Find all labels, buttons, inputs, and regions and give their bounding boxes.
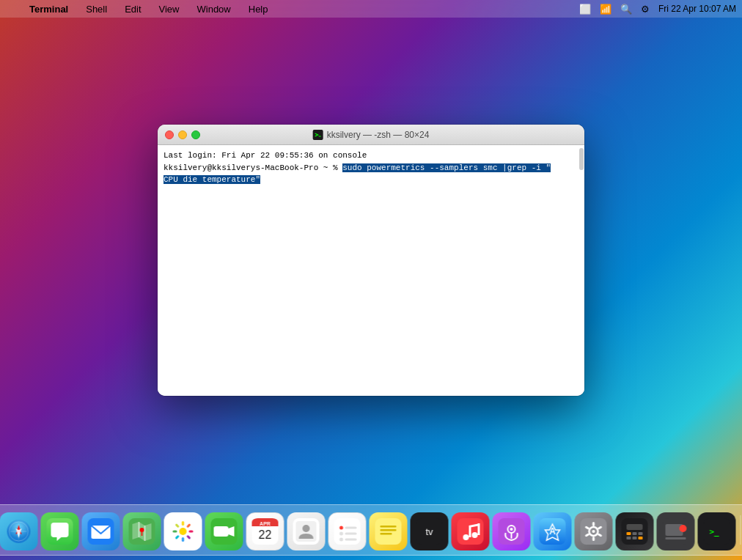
terminal-window: kksilvery — -zsh — 80×24 Last login: Fri… <box>158 125 584 396</box>
controlcenter-icon[interactable]: ⚙ <box>641 4 650 15</box>
search-icon[interactable]: 🔍 <box>620 4 632 15</box>
svg-rect-84 <box>622 518 648 545</box>
svg-rect-88 <box>639 532 643 535</box>
svg-point-27 <box>140 528 144 532</box>
wifi-icon[interactable]: 📶 <box>600 4 611 15</box>
view-menu[interactable]: View <box>156 2 183 16</box>
svg-point-30 <box>180 528 187 535</box>
svg-rect-72 <box>511 533 513 539</box>
svg-point-51 <box>339 526 343 530</box>
svg-point-77 <box>592 530 595 533</box>
dock-reminders[interactable] <box>328 512 367 550</box>
dock-appletv[interactable]: tv <box>411 512 449 550</box>
menubar: Terminal Shell Edit View Window Help ⬜ 📶… <box>0 0 742 18</box>
dock-maps[interactable] <box>123 512 161 550</box>
datetime: Fri 22 Apr 10:07 AM <box>658 4 736 14</box>
minimize-button[interactable] <box>178 130 187 139</box>
menubar-left: Terminal Shell Edit View Window Help <box>6 2 271 16</box>
dock-mail[interactable] <box>82 512 120 550</box>
svg-point-49 <box>303 525 310 532</box>
scrollbar-thumb[interactable] <box>579 148 584 170</box>
svg-point-55 <box>339 538 343 542</box>
command-highlight: sudo powermetrics --samplers smc |grep -… <box>342 163 551 172</box>
svg-text:>_: >_ <box>710 527 720 537</box>
command-line: kksilvery@kksilverys-MacBook-Pro ~ % sud… <box>164 162 578 174</box>
dock-podcasts[interactable] <box>493 512 531 550</box>
apple-menu[interactable] <box>6 7 12 10</box>
svg-rect-59 <box>381 529 397 531</box>
help-menu[interactable]: Help <box>246 2 271 16</box>
svg-rect-85 <box>627 524 643 530</box>
svg-rect-33 <box>189 531 194 533</box>
dock-terminal[interactable]: >_ <box>698 512 736 550</box>
svg-rect-54 <box>345 533 357 535</box>
svg-rect-60 <box>381 533 392 535</box>
terminal-scrollbar[interactable] <box>579 145 584 396</box>
svg-text:tv: tv <box>425 526 433 537</box>
terminal-title: kksilvery — -zsh — 80×24 <box>313 130 430 140</box>
dock-appstore[interactable]: A <box>534 512 572 550</box>
svg-rect-91 <box>639 537 643 539</box>
dock-photos[interactable] <box>164 512 202 550</box>
svg-text:A: A <box>549 526 556 537</box>
shell-menu[interactable]: Shell <box>83 2 110 16</box>
svg-text:APR: APR <box>260 521 271 526</box>
command-continuation: CPU die temperature" <box>164 175 260 184</box>
svg-rect-52 <box>345 527 357 529</box>
dock-notes[interactable] <box>370 512 408 550</box>
dock-contacts[interactable] <box>287 512 326 550</box>
dock-calendar[interactable]: APR 22 <box>246 512 284 550</box>
window-menu[interactable]: Window <box>194 2 234 16</box>
svg-rect-86 <box>627 532 631 535</box>
dock-calculator[interactable] <box>616 512 654 550</box>
svg-rect-58 <box>381 526 397 528</box>
svg-rect-40 <box>214 526 229 537</box>
svg-text:22: 22 <box>259 528 272 541</box>
svg-rect-35 <box>182 537 184 542</box>
svg-rect-89 <box>627 537 631 539</box>
svg-rect-90 <box>633 537 637 539</box>
dock-safari[interactable] <box>0 512 38 550</box>
menubar-right: ⬜ 📶 🔍 ⚙ Fri 22 Apr 10:07 AM <box>579 4 736 15</box>
dock-messages[interactable] <box>41 512 79 550</box>
svg-rect-37 <box>173 531 177 533</box>
prompt: kksilvery@kksilverys-MacBook-Pro ~ % <box>164 163 338 172</box>
dock-separator <box>741 515 741 545</box>
svg-rect-78 <box>592 522 595 526</box>
scrollbar-track <box>579 145 584 396</box>
dock: APR 22 <box>0 504 742 556</box>
terminal-icon <box>313 130 323 140</box>
app-name[interactable]: Terminal <box>26 2 71 16</box>
desktop: Terminal Shell Edit View Window Help ⬜ 📶… <box>0 0 742 560</box>
dock-music[interactable] <box>452 512 490 550</box>
battery-icon[interactable]: ⬜ <box>579 4 591 15</box>
dock-facetime[interactable] <box>205 512 243 550</box>
terminal-title-text: kksilvery — -zsh — 80×24 <box>327 130 430 140</box>
svg-rect-95 <box>666 537 686 539</box>
traffic-lights <box>165 130 200 139</box>
svg-point-53 <box>339 532 343 536</box>
terminal-content[interactable]: Last login: Fri Apr 22 09:55:36 on conso… <box>158 145 584 396</box>
svg-point-65 <box>472 532 478 538</box>
svg-point-71 <box>510 528 513 531</box>
svg-point-94 <box>680 525 687 532</box>
dock-systemprefs[interactable] <box>575 512 613 550</box>
svg-rect-31 <box>182 521 184 526</box>
svg-rect-87 <box>633 532 637 535</box>
svg-rect-50 <box>334 518 361 545</box>
command-line-2: CPU die temperature" <box>164 174 578 186</box>
svg-rect-56 <box>345 539 357 541</box>
svg-point-64 <box>463 534 469 540</box>
last-login-line: Last login: Fri Apr 22 09:55:36 on conso… <box>164 150 578 162</box>
dock-dvdplayer[interactable] <box>657 512 695 550</box>
terminal-titlebar: kksilvery — -zsh — 80×24 <box>158 125 584 145</box>
svg-rect-57 <box>375 518 402 545</box>
edit-menu[interactable]: Edit <box>122 2 144 16</box>
svg-rect-81 <box>592 537 595 541</box>
maximize-button[interactable] <box>191 130 200 139</box>
close-button[interactable] <box>165 130 174 139</box>
